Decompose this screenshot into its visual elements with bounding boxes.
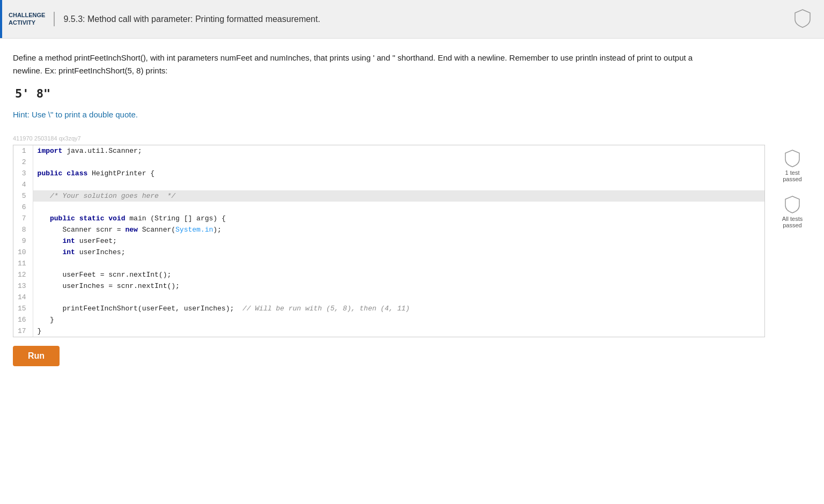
code-content[interactable] (33, 202, 764, 213)
description-text: Define a method printFeetInchShort(), wi… (13, 51, 710, 77)
table-row: 6 (13, 202, 764, 213)
code-content[interactable]: } (33, 314, 764, 325)
file-id: 411970 2503184 qx3zqy7 (13, 135, 811, 142)
challenge-label: CHALLENGE AcTiviTY (9, 12, 55, 26)
line-number: 6 (13, 202, 33, 213)
code-content[interactable]: /* Your solution goes here */ (33, 190, 764, 202)
code-content[interactable]: printFeetInchShort(userFeet, userInches)… (33, 303, 764, 314)
line-number: 5 (13, 190, 33, 202)
line-number: 10 (13, 247, 33, 258)
shield-2-icon (784, 195, 800, 213)
run-button[interactable]: Run (13, 346, 60, 366)
challenge-line1: CHALLENGE (9, 12, 45, 19)
line-number: 7 (13, 213, 33, 224)
example-output: 5' 8" (15, 87, 811, 100)
line-number: 14 (13, 292, 33, 303)
line-number: 17 (13, 325, 33, 337)
code-lines: 1 import java.util.Scanner; 2 3 public c… (13, 145, 764, 337)
line-number: 8 (13, 224, 33, 235)
code-content[interactable]: userInches = scnr.nextInt(); (33, 280, 764, 292)
code-content[interactable]: public class HeightPrinter { (33, 168, 764, 179)
line-number: 12 (13, 269, 33, 280)
table-row: 5 /* Your solution goes here */ (13, 190, 764, 202)
table-row: 13 userInches = scnr.nextInt(); (13, 280, 764, 292)
editor-wrapper: 1 import java.util.Scanner; 2 3 public c… (13, 145, 811, 337)
code-content[interactable]: int userFeet; (33, 235, 764, 247)
line-number: 2 (13, 157, 33, 168)
table-row: 17 } (13, 325, 764, 337)
header: CHALLENGE AcTiviTY 9.5.3: Method call wi… (0, 0, 824, 39)
header-shield-icon (794, 9, 811, 28)
code-content[interactable]: import java.util.Scanner; (33, 145, 764, 157)
test-badge-1: 1 test passed (783, 149, 801, 182)
table-row: 7 public static void main (String [] arg… (13, 213, 764, 224)
side-badges: 1 test passed All tests passed (774, 145, 811, 228)
header-left: CHALLENGE AcTiviTY 9.5.3: Method call wi… (9, 12, 320, 26)
line-number: 9 (13, 235, 33, 247)
table-row: 14 (13, 292, 764, 303)
line-number: 16 (13, 314, 33, 325)
table-row: 15 printFeetInchShort(userFeet, userInch… (13, 303, 764, 314)
table-row: 9 int userFeet; (13, 235, 764, 247)
code-content[interactable]: userFeet = scnr.nextInt(); (33, 269, 764, 280)
table-row: 12 userFeet = scnr.nextInt(); (13, 269, 764, 280)
line-number: 13 (13, 280, 33, 292)
test-badge-2-label: All tests passed (782, 216, 803, 228)
code-content[interactable]: Scanner scnr = new Scanner(System.in); (33, 224, 764, 235)
main-container: CHALLENGE AcTiviTY 9.5.3: Method call wi… (0, 0, 824, 504)
line-number: 4 (13, 179, 33, 190)
header-badge (794, 9, 811, 30)
code-content[interactable] (33, 258, 764, 269)
code-content[interactable] (33, 157, 764, 168)
code-content[interactable]: int userInches; (33, 247, 764, 258)
table-row: 1 import java.util.Scanner; (13, 145, 764, 157)
table-row: 3 public class HeightPrinter { (13, 168, 764, 179)
table-row: 10 int userInches; (13, 247, 764, 258)
content-area: Define a method printFeetInchShort(), wi… (0, 39, 824, 337)
line-number: 3 (13, 168, 33, 179)
code-content[interactable]: } (33, 325, 764, 337)
table-row: 8 Scanner scnr = new Scanner(System.in); (13, 224, 764, 235)
code-editor[interactable]: 1 import java.util.Scanner; 2 3 public c… (13, 145, 765, 337)
table-row: 4 (13, 179, 764, 190)
header-title: 9.5.3: Method call with parameter: Print… (55, 14, 320, 24)
code-content[interactable] (33, 179, 764, 190)
test-badge-1-label: 1 test passed (783, 169, 801, 182)
line-number: 11 (13, 258, 33, 269)
test-badge-2: All tests passed (782, 195, 803, 228)
table-row: 2 (13, 157, 764, 168)
table-row: 11 (13, 258, 764, 269)
code-content[interactable]: public static void main (String [] args)… (33, 213, 764, 224)
table-row: 16 } (13, 314, 764, 325)
challenge-line2: AcTiviTY (9, 19, 45, 26)
code-content[interactable] (33, 292, 764, 303)
shield-1-icon (784, 149, 800, 167)
line-number: 1 (13, 145, 33, 157)
run-section: Run (0, 337, 824, 375)
hint-text: Hint: Use \" to print a double quote. (13, 110, 811, 119)
line-number: 15 (13, 303, 33, 314)
